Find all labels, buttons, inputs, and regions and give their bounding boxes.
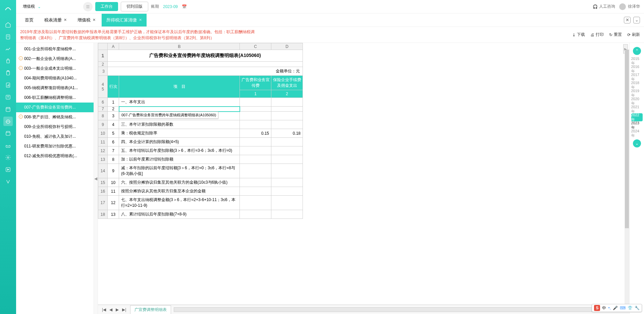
- cell[interactable]: 一、本年支出: [119, 98, 240, 107]
- sidebar-item[interactable]: 012-减免所得税优惠明细表(...: [16, 151, 94, 161]
- year-option[interactable]: 2020年: [631, 97, 643, 105]
- list-button[interactable]: [83, 2, 93, 11]
- period-value[interactable]: 2023-09: [163, 4, 178, 9]
- cell[interactable]: 6: [108, 138, 119, 146]
- col-header-d[interactable]: D: [271, 43, 303, 50]
- sheet-nav-next[interactable]: ▶: [114, 307, 120, 312]
- cell[interactable]: [240, 112, 271, 120]
- row-number[interactable]: 11: [98, 138, 108, 146]
- bag-icon[interactable]: [3, 56, 13, 66]
- sidebar-item[interactable]: 005-纳税调整项目明细表(A1...: [16, 83, 94, 93]
- cell[interactable]: [240, 164, 271, 178]
- ime-punct-icon[interactable]: •,: [608, 306, 611, 310]
- year-down-button[interactable]: ⌄: [633, 139, 641, 147]
- cell[interactable]: 12: [108, 196, 119, 210]
- sheet-tab[interactable]: 广宣费调整明细表: [130, 305, 171, 314]
- cell[interactable]: [240, 98, 271, 107]
- tab-首页[interactable]: 首页: [20, 14, 38, 26]
- corner-cell[interactable]: [98, 43, 108, 50]
- year-option[interactable]: 2024年: [631, 129, 643, 137]
- close-icon[interactable]: ✕: [93, 18, 96, 22]
- row-number[interactable]: 9: [98, 120, 108, 129]
- support-link[interactable]: 🎧 人工咨询: [593, 4, 615, 9]
- horizontal-scrollbar[interactable]: [174, 307, 627, 312]
- cell[interactable]: 八、累计结转以后年度扣除额(7+8-9): [119, 210, 240, 219]
- header-col-d[interactable]: 保险企业手续费及佣金支出: [271, 76, 303, 90]
- cell[interactable]: 六、按照分摊协议归集至其他关联方的金额(10≤3与6孰小值): [119, 178, 240, 187]
- ime-mic-icon[interactable]: 🎤: [613, 306, 618, 310]
- row-number[interactable]: 13: [98, 155, 108, 164]
- ime-keyboard-icon[interactable]: ⌨: [620, 306, 626, 310]
- download-button[interactable]: ⤓下载: [572, 32, 585, 38]
- print-button[interactable]: 🖨打印: [590, 32, 604, 38]
- cell[interactable]: 0.15: [240, 129, 271, 138]
- bowl-icon[interactable]: [3, 117, 13, 126]
- scrollbar-thumb[interactable]: [625, 50, 629, 228]
- cell[interactable]: [271, 155, 303, 164]
- tab-税表清册[interactable]: 税表清册✕: [40, 14, 71, 26]
- cell[interactable]: 9: [108, 164, 119, 178]
- cell[interactable]: [240, 146, 271, 155]
- sidebar-item[interactable]: 007-广告费和业务宣传费跨...: [16, 103, 94, 112]
- cell[interactable]: [271, 98, 303, 107]
- cell[interactable]: 减：本年扣除的以前年度结转额[3＞6，本行=0；3≤6，本行=8与(6-3)孰小…: [119, 164, 240, 178]
- cell[interactable]: [271, 146, 303, 155]
- chart-icon[interactable]: [3, 44, 13, 54]
- sheet-scroll[interactable]: A B C D 1广告费和业务宣传费跨年度纳税调整明细表(A105060) 2 …: [98, 43, 629, 305]
- cell[interactable]: 007-广告费和业务宣传费跨年度纳税调整明细表(A105060): [119, 107, 240, 112]
- cell[interactable]: 0.18: [271, 129, 303, 138]
- cell[interactable]: [240, 210, 271, 219]
- year-option[interactable]: 2017年: [631, 73, 643, 81]
- cell[interactable]: [271, 120, 303, 129]
- cell[interactable]: 七、本年支出纳税调整金额(3＞6，本行=2+3-6+10-11；3≤6，本行=2…: [119, 196, 240, 210]
- reset-button[interactable]: ↻重置: [609, 32, 622, 38]
- cell[interactable]: [271, 107, 303, 112]
- unit-label[interactable]: 金额单位：元: [108, 67, 303, 76]
- row-number[interactable]: 6: [98, 98, 108, 107]
- row-number[interactable]: 14: [98, 164, 108, 178]
- cell[interactable]: 加：以前年度累计结转扣除额: [119, 155, 240, 164]
- sidebar-item[interactable]: 010-免税、减计收入及加计...: [16, 132, 94, 141]
- cell[interactable]: [271, 196, 303, 210]
- row-number[interactable]: 18: [98, 210, 108, 219]
- cell[interactable]: 四、本企业计算的扣除限额(4×5): [119, 138, 240, 146]
- cell[interactable]: 1: [108, 98, 119, 107]
- row-number[interactable]: 15: [98, 178, 108, 187]
- tax-icon[interactable]: [3, 92, 13, 102]
- more-tabs-button[interactable]: ⌄: [633, 17, 640, 23]
- cell[interactable]: [240, 107, 271, 112]
- sidebar-item[interactable]: !002-一般企业收入明细表(A...: [16, 54, 94, 64]
- cell[interactable]: 7: [108, 146, 119, 155]
- sidebar-item[interactable]: 009-企业所得税弥补亏损明...: [16, 122, 94, 132]
- archive-icon[interactable]: [3, 129, 13, 138]
- year-option[interactable]: 2019年: [631, 89, 643, 97]
- user-menu[interactable]: 徐泽华: [619, 3, 640, 10]
- cell[interactable]: [240, 155, 271, 164]
- collapse-sidebar-handle[interactable]: ◀: [94, 43, 98, 314]
- sheet-title[interactable]: 广告费和业务宣传费跨年度纳税调整明细表(A105060): [108, 50, 303, 62]
- cell[interactable]: [271, 187, 303, 196]
- year-option[interactable]: 2015年: [631, 57, 643, 65]
- cell[interactable]: [271, 112, 303, 120]
- header-col-c-num[interactable]: 1: [240, 90, 271, 98]
- v-icon[interactable]: [3, 177, 13, 186]
- refresh-button[interactable]: ⟳刷新: [627, 32, 640, 38]
- cell[interactable]: 8: [108, 155, 119, 164]
- ime-logo[interactable]: S: [594, 305, 600, 311]
- ime-skin-icon[interactable]: 👕: [628, 306, 633, 310]
- cell[interactable]: [240, 120, 271, 129]
- cell[interactable]: 13: [108, 210, 119, 219]
- ime-lang[interactable]: 中: [602, 305, 606, 311]
- calendar-picker-icon[interactable]: 📅: [182, 4, 187, 9]
- cell[interactable]: [271, 138, 303, 146]
- year-option[interactable]: 2016年: [631, 65, 643, 73]
- row-number[interactable]: 17: [98, 196, 108, 210]
- clipboard-icon[interactable]: [3, 68, 13, 78]
- cell[interactable]: [271, 210, 303, 219]
- cell[interactable]: [271, 178, 303, 187]
- row-number[interactable]: 12: [98, 146, 108, 155]
- cell[interactable]: 乘：税收规定扣除率: [119, 129, 240, 138]
- sidebar-item[interactable]: 004-期间费用明细表(A1040...: [16, 73, 94, 83]
- vertical-scrollbar[interactable]: [625, 50, 629, 305]
- cell[interactable]: 11: [108, 187, 119, 196]
